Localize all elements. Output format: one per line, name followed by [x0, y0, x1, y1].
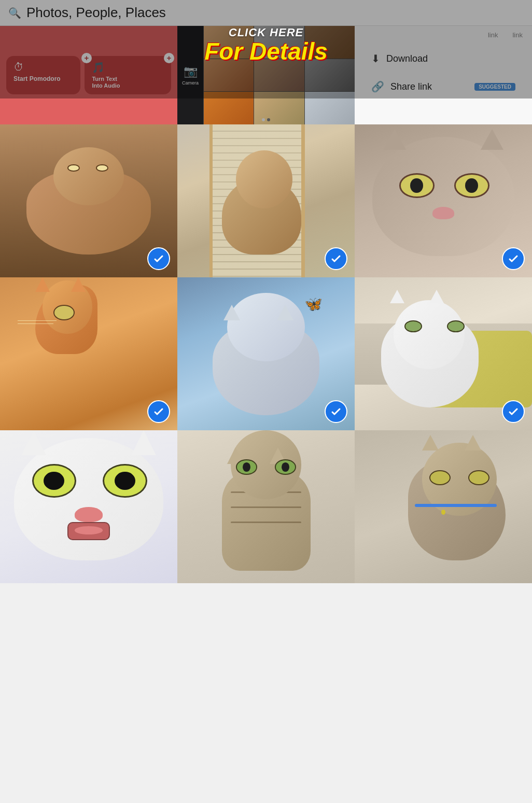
white-cat-head: [394, 300, 465, 369]
white-cat-eye-r: [447, 320, 465, 333]
check-badge-1[interactable]: [147, 247, 170, 270]
blue-cat-head: [227, 293, 305, 362]
mini-photo-4[interactable]: [204, 59, 254, 92]
pomodoro-add-badge: +: [81, 53, 92, 63]
turn-text-label: Turn TextInto Audio: [92, 76, 164, 89]
surprised-ear-l: [21, 430, 46, 455]
share-icon: 🔗: [371, 80, 384, 93]
cat-head-shape: [53, 147, 124, 205]
blue-cat-ear-l: [223, 305, 240, 320]
check-badge-3[interactable]: [502, 247, 525, 270]
mini-photo-9[interactable]: [305, 92, 355, 124]
cat-photo-white-couch[interactable]: [355, 277, 532, 430]
search-icon: 🔍: [8, 7, 21, 19]
download-icon: ⬇: [371, 52, 380, 65]
progress-dots: [262, 118, 270, 121]
mini-photo-2[interactable]: [254, 26, 304, 59]
timer-icon: ⏱: [13, 61, 73, 73]
orange-cat-ear-r: [71, 277, 86, 292]
camera-icon: 📷: [184, 65, 198, 78]
blue-cat-ear-r: [277, 305, 293, 320]
collar-ear-r: [465, 435, 481, 450]
white-cat-eye-l: [404, 320, 422, 333]
cat-photo-blue-butterfly[interactable]: 🦋: [177, 277, 355, 430]
cat-photo-orange-kitten[interactable]: [0, 124, 177, 277]
cat-surprised-bg: [0, 430, 177, 583]
butterfly-emoji: 🦋: [304, 295, 323, 313]
white-cat-ear-r: [429, 290, 444, 303]
surprised-eye-l: [32, 464, 77, 498]
cat-ear-left: [383, 129, 406, 150]
surprised-cat-face: [14, 438, 163, 560]
share-link-button[interactable]: 🔗 Share link SUGGESTED: [360, 73, 527, 100]
link-bar: link link: [355, 26, 532, 44]
check-badge-4[interactable]: [147, 400, 170, 423]
window-frame-left: [209, 124, 213, 277]
mini-photo-grid: [204, 26, 355, 124]
cat-tabby-bg: [177, 430, 355, 583]
cat-photo-window[interactable]: [177, 124, 355, 277]
turn-text-button[interactable]: 🎵 Turn TextInto Audio +: [85, 56, 171, 94]
surprised-mouth: [67, 522, 110, 540]
download-button[interactable]: ⬇ Download: [360, 45, 527, 72]
mini-photo-6[interactable]: [305, 59, 355, 92]
share-label: Share link: [390, 81, 432, 92]
cat-eye-right: [96, 164, 108, 172]
tabby-eye-l: [236, 459, 257, 475]
app-shortcuts-cell: ⏱ Start Pomodoro + 🎵 Turn TextInto Audio…: [0, 26, 177, 124]
camera-cell[interactable]: 📷 Camera: [177, 26, 203, 124]
cat-photo-tabby[interactable]: [177, 430, 355, 583]
mini-photo-1[interactable]: [204, 26, 254, 59]
mini-photo-3[interactable]: [305, 26, 355, 59]
cat-photo-orange-profile[interactable]: [0, 277, 177, 430]
cat-ear-right: [481, 129, 503, 150]
window-frame-right: [301, 124, 305, 277]
dot-2: [267, 118, 270, 121]
cat-window-head: [236, 150, 292, 208]
surprised-eye-r: [103, 464, 147, 498]
dot-1: [262, 118, 265, 121]
cat-nose: [432, 207, 454, 219]
check-badge-2[interactable]: [325, 247, 347, 270]
photo-collage-cell: 📷 Camera: [177, 26, 355, 124]
check-badge-5[interactable]: [325, 400, 347, 423]
cat-eye-r: [454, 173, 489, 198]
cat-face-large: [372, 137, 514, 256]
collar-eye-r: [468, 470, 489, 486]
whisker-1: [18, 320, 57, 321]
surprised-ear-r: [131, 430, 156, 455]
main-grid: ⏱ Start Pomodoro + 🎵 Turn TextInto Audio…: [0, 26, 532, 583]
cat-photo-collar[interactable]: [355, 430, 532, 583]
whisker-2: [18, 323, 53, 324]
link-text-2: link: [512, 31, 523, 39]
tabby-eye-r: [275, 459, 296, 475]
search-placeholder: Photos, People, Places: [26, 5, 166, 21]
cat-photo-surprised[interactable]: [0, 430, 177, 583]
white-cat-ear-l: [390, 290, 404, 303]
audio-icon: 🎵: [92, 61, 164, 74]
orange-cat-eye: [53, 305, 75, 320]
pomodoro-label: Start Pomodoro: [13, 75, 73, 82]
surprised-nose: [75, 507, 103, 523]
cat-collar-bg: [355, 430, 532, 583]
collar-ear-l: [422, 435, 439, 450]
mini-photo-7[interactable]: [204, 92, 254, 124]
collar-tag: [441, 510, 445, 515]
camera-label: Camera: [182, 80, 199, 86]
mini-photo-5[interactable]: [254, 59, 304, 92]
search-bar[interactable]: 🔍 Photos, People, Places: [0, 0, 532, 26]
check-badge-6[interactable]: [502, 400, 525, 423]
link-text-1: link: [488, 31, 498, 39]
turn-text-add-badge: +: [164, 53, 174, 63]
cat-photo-closeup[interactable]: [355, 124, 532, 277]
suggested-badge: SUGGESTED: [474, 83, 515, 91]
download-panel-cell: link link ⬇ Download 🔗 Share link SUGGES…: [355, 26, 532, 124]
cat-collar: [415, 504, 496, 507]
collar-eye-l: [429, 470, 451, 486]
cat-eye-l: [399, 173, 435, 198]
download-label: Download: [386, 53, 428, 64]
orange-cat-ear-l: [35, 277, 50, 292]
pomodoro-button[interactable]: ⏱ Start Pomodoro: [6, 56, 80, 94]
